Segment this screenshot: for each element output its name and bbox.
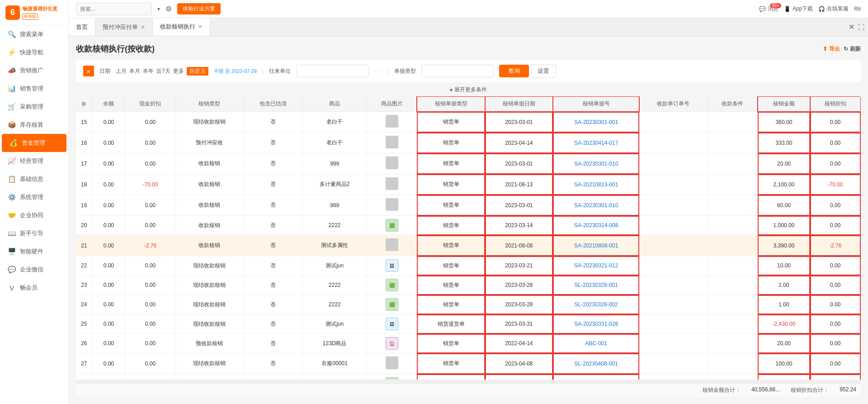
date-this-year[interactable]: 本年 xyxy=(143,67,154,75)
tabs-container: 首页预付冲应付单✕收款核销执行✕ xyxy=(69,18,210,36)
refresh-button[interactable]: ↻ 刷新 xyxy=(844,45,861,53)
cell-bill-no[interactable]: SL-20230328-001 xyxy=(553,276,639,295)
sidebar-item-智能硬件[interactable]: 🖥️智能硬件 xyxy=(0,242,68,261)
bill-type-select[interactable] xyxy=(421,65,494,77)
cell-type: 现结收款核销 xyxy=(175,353,243,374)
tab-close-2[interactable]: ✕ xyxy=(198,24,203,30)
settings-button[interactable]: 设置 xyxy=(531,64,556,78)
tab-close-1[interactable]: ✕ xyxy=(141,24,145,30)
cell-type: 现结收款核销 xyxy=(175,374,243,380)
cell-no: 21 xyxy=(76,235,92,256)
cell-bill-no[interactable]: SL-20230408-001 xyxy=(553,353,639,374)
sidebar-item-系统管理[interactable]: ⚙️系统管理 xyxy=(0,188,68,206)
cell-bill-type: 销货单 xyxy=(417,374,485,380)
cell-type: 收款核销 xyxy=(175,235,243,256)
cell-bill-no[interactable]: SA-20230314-008 xyxy=(553,216,639,235)
bill-no-link[interactable]: SL-20230328-001 xyxy=(575,282,618,288)
bill-no-link[interactable]: ABC-001 xyxy=(585,340,607,347)
col-discount2: 核销折扣 xyxy=(810,96,861,112)
bill-no-link[interactable]: SL-20230328-002 xyxy=(575,301,618,308)
sidebar-item-销售管理[interactable]: 📊销售管理 xyxy=(0,80,68,98)
cell-no: 23 xyxy=(76,276,92,295)
date-this-month[interactable]: 本月 xyxy=(129,67,140,75)
sidebar-item-营销推广[interactable]: 📣营销推广 xyxy=(0,62,68,80)
sidebar-label-8: 基础信息 xyxy=(20,175,43,183)
topbar-app-download[interactable]: 📱 App下载 xyxy=(784,5,813,13)
bill-no-link[interactable]: SA-20230301-010 xyxy=(574,202,618,209)
cell-bill-no[interactable]: SA-20230301-010 xyxy=(553,153,639,174)
sidebar-item-企业微信[interactable]: 💬企业微信 xyxy=(0,261,68,279)
cell-bill-no[interactable]: SA-20230301-010 xyxy=(553,195,639,216)
sidebar-item-企业协同[interactable]: 🤝企业协同 xyxy=(0,206,68,224)
sidebar-item-畅会员[interactable]: V畅会员 xyxy=(0,279,68,297)
bill-no-link[interactable]: SA-20230331-026 xyxy=(574,321,618,327)
export-button[interactable]: ⬆ 导出 xyxy=(823,45,840,53)
sidebar-item-经营管理[interactable]: 📈经营管理 xyxy=(0,152,68,170)
bill-no-link[interactable]: SA-20230414-017 xyxy=(574,140,618,146)
expand-more-button[interactable]: ▾ 展开更多条件 xyxy=(450,86,487,94)
date-7days[interactable]: 近7天 xyxy=(156,67,170,75)
partner-input[interactable] xyxy=(296,65,368,77)
cell-bill-no[interactable]: SA-20230321-012 xyxy=(553,256,639,276)
tab-controls: ✕ ⛶ xyxy=(845,18,868,36)
sidebar-label-12: 智能硬件 xyxy=(20,247,43,256)
date-custom[interactable]: 自定义 xyxy=(187,67,208,76)
cell-discount2: 0.00 xyxy=(810,133,861,153)
date-more[interactable]: 更多 xyxy=(173,67,184,75)
bill-no-link[interactable]: SA-20230301-001 xyxy=(574,119,618,125)
sidebar-item-采购管理[interactable]: 🛒采购管理 xyxy=(0,98,68,116)
bill-no-link[interactable]: SA-20210813-001 xyxy=(574,181,618,188)
bill-no-link[interactable]: SA-20230314-008 xyxy=(574,222,618,228)
topbar-gear-icon[interactable]: ⚙ xyxy=(165,5,172,13)
maximize-icon[interactable]: ⛶ xyxy=(858,24,864,31)
cell-no: 17 xyxy=(76,153,92,174)
cell-amount: 1.00 xyxy=(758,276,810,295)
sidebar-item-搜索菜单[interactable]: 🔍搜索菜单 xyxy=(0,25,68,43)
bill-no-link[interactable]: SA-20230321-012 xyxy=(574,262,618,269)
sidebar-item-基础信息[interactable]: 📋基础信息 xyxy=(0,170,68,188)
cell-bill-no[interactable]: SA-20230301-001 xyxy=(553,112,639,133)
bill-no-link[interactable]: SA-20230301-010 xyxy=(574,161,618,167)
topbar-dropdown-icon[interactable]: ▾ xyxy=(157,6,160,12)
cell-goods: 999 xyxy=(302,195,367,216)
tab-2[interactable]: 收款核销执行✕ xyxy=(153,18,210,36)
cell-bill-no[interactable]: ABC-001 xyxy=(553,334,639,353)
sidebar-label-1: 快捷导航 xyxy=(20,48,43,57)
bill-no-link[interactable]: SL-20230408-001 xyxy=(575,361,618,367)
table-row: 24 0.00 0.00 现结收款核销 否 2222 🟩 销货单 2023-03… xyxy=(76,295,861,314)
cell-goods: 测试jun xyxy=(302,256,367,276)
cell-goods-img: 🖼 xyxy=(367,256,417,276)
topbar-service[interactable]: 🎧 在线客服 xyxy=(818,5,849,13)
filter-expand-button[interactable]: » xyxy=(83,66,94,76)
page-title-actions: ⬆ 导出 ↻ 刷新 xyxy=(823,45,861,53)
close-window-icon[interactable]: ✕ xyxy=(849,23,854,31)
cell-bill-no[interactable]: SA-20210813-001 xyxy=(553,174,639,195)
sidebar-item-资金管理[interactable]: 💰资金管理 xyxy=(2,134,66,152)
cell-bill-no[interactable]: SA-20230414-017 xyxy=(553,133,639,153)
topbar-user[interactable]: Rit xyxy=(854,6,861,12)
cell-bill-no[interactable]: SA-20210808-001 xyxy=(553,235,639,256)
horizontal-scrollbar[interactable] xyxy=(76,380,861,383)
solution-button[interactable]: 体验行业方案 xyxy=(177,3,221,14)
sidebar-item-快捷导航[interactable]: ⚡快捷导航 xyxy=(0,43,68,62)
date-last-month[interactable]: 上月 xyxy=(116,67,127,75)
bill-no-link[interactable]: SA-20210808-001 xyxy=(574,242,618,249)
cell-bill-no[interactable]: SL-20230418-001 xyxy=(553,374,639,380)
cell-bill-type: 销货单 xyxy=(417,216,485,235)
topbar-message[interactable]: 💬 消息 99+ xyxy=(759,5,778,13)
topbar-search-input[interactable] xyxy=(76,3,152,15)
cell-bill-date: 2023-03-01 xyxy=(485,195,553,216)
cell-order-no xyxy=(639,195,707,216)
col-settings[interactable]: ⚙ xyxy=(76,96,92,112)
query-button[interactable]: 查询 xyxy=(499,65,529,77)
tab-0[interactable]: 首页 xyxy=(69,18,95,36)
cell-bill-no[interactable]: SL-20230328-002 xyxy=(553,295,639,314)
cell-bill-no[interactable]: SA-20230331-026 xyxy=(553,314,639,334)
filter-separator1: | xyxy=(262,68,264,75)
footer-discount-value: 952.24 xyxy=(840,386,856,394)
cell-settled: 否 xyxy=(243,153,302,174)
sidebar-item-库存核算[interactable]: 📦库存核算 xyxy=(0,116,68,134)
table-wrapper[interactable]: ⚙ 余额 现金折扣 核销类型 包含已结清 商品 商品图片 核销单据类型 核销单据… xyxy=(76,96,861,380)
tab-1[interactable]: 预付冲应付单✕ xyxy=(95,18,153,36)
sidebar-item-新手引导[interactable]: 📖新手引导 xyxy=(0,224,68,242)
